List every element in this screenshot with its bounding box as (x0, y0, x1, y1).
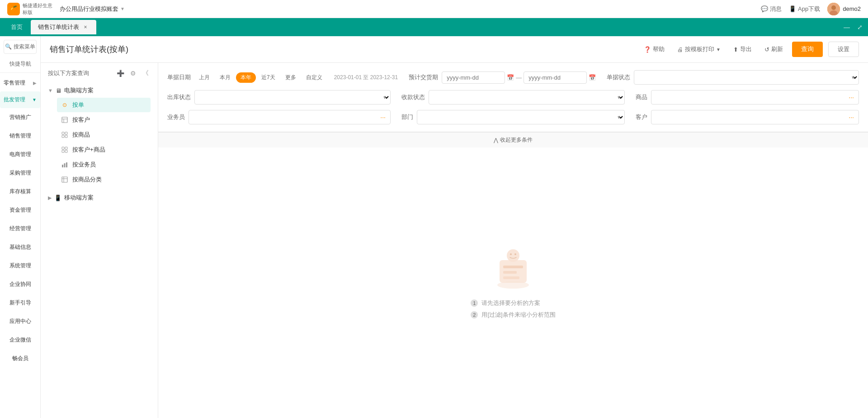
calendar-end-icon[interactable]: 📅 (589, 74, 596, 81)
scheme-group-mobile[interactable]: ▶ 📱 移动端方案 (48, 191, 151, 204)
edit-scheme-btn[interactable]: ⚙ (128, 68, 138, 78)
empty-tip-2: 2 用[过滤]条件来缩小分析范围 (471, 311, 555, 319)
scheme-item-by-goods[interactable]: 按商品 (57, 128, 151, 142)
date-tab-this-year[interactable]: 本年 (236, 72, 256, 83)
tab-close-btn[interactable]: × (82, 24, 89, 31)
collapse-icon: ⋀ (494, 137, 498, 143)
department-select-wrapper: ▼ (417, 110, 625, 124)
goods-dots-icon[interactable]: ··· (849, 94, 854, 101)
sidebar-item-collab[interactable]: 企业协同 (2, 276, 38, 293)
inner-area: 按以下方案查询 ➕ ⚙ 《 ▼ 🖥 电脑端方案 ⊙ (41, 63, 868, 418)
scheme-item-by-salesperson[interactable]: 按业务员 (57, 157, 151, 172)
header-left: 🍊 畅捷通好生意 标版 办公用品行业模拟账套 ▼ (7, 2, 128, 15)
date-tab-more[interactable]: 更多 (281, 72, 301, 83)
svg-rect-6 (62, 132, 64, 134)
customer-dots-icon[interactable]: ··· (849, 114, 854, 121)
sidebar-item-marketing[interactable]: 营销推广 (2, 109, 38, 126)
date-tab-custom[interactable]: 自定义 (302, 72, 327, 83)
chevron-right-icon: ▶ (48, 195, 52, 201)
salesperson-input[interactable]: ··· (189, 110, 391, 124)
sidebar-item-onboarding[interactable]: 新手引导 (2, 294, 38, 311)
settings-button[interactable]: 设置 (828, 42, 859, 57)
scheme-item-by-customer-goods[interactable]: 按客户+商品 (57, 142, 151, 157)
status-select[interactable] (634, 70, 859, 85)
company-selector[interactable]: 办公用品行业模拟账套 ▼ (56, 3, 128, 15)
sidebar-item-inventory[interactable]: 库存核算 (2, 183, 38, 200)
sidebar-item-member[interactable]: 畅会员 (2, 350, 38, 367)
chevron-down-icon: ▼ (32, 97, 37, 102)
shortcut-nav-btn[interactable]: 快捷导航 (0, 57, 40, 71)
date-tab-7days[interactable]: 近7天 (257, 72, 280, 83)
search-menu-btn[interactable]: 🔍 搜索菜单 (0, 36, 40, 57)
goods-input[interactable]: ··· (651, 90, 859, 104)
sidebar-item-operations[interactable]: 经营管理 (2, 220, 38, 237)
svg-point-26 (510, 253, 512, 255)
user-area[interactable]: demo2 (827, 3, 861, 15)
scheme-section-pc: ▼ 🖥 电脑端方案 ⊙ 按单 (41, 82, 158, 189)
department-select[interactable] (417, 110, 625, 124)
outbound-select[interactable] (194, 90, 391, 104)
date-tabs: 上月 本月 本年 近7天 更多 自定义 (194, 72, 327, 83)
salesperson-dots-icon[interactable]: ··· (380, 114, 386, 121)
sidebar-item-wholesale[interactable]: 批发管理 ▼ (0, 91, 40, 108)
svg-point-1 (831, 5, 836, 10)
outbound-select-wrapper: ▼ (194, 90, 391, 104)
date-tab-last-month[interactable]: 上月 (194, 72, 214, 83)
message-btn[interactable]: 💬 消息 (761, 5, 782, 13)
sidebar-item-retail[interactable]: 零售管理 ▶ (0, 75, 40, 91)
date-start-input[interactable] (442, 71, 505, 84)
svg-rect-10 (62, 147, 64, 149)
scheme-item-by-customer[interactable]: 按客户 (57, 113, 151, 127)
sidebar-item-basic-info[interactable]: 基础信息 (2, 239, 38, 256)
collapse-conditions-btn[interactable]: ⋀ 收起更多条件 (158, 132, 868, 147)
scheme-item-by-order[interactable]: ⊙ 按单 (57, 98, 151, 112)
help-btn[interactable]: ❓ 帮助 (640, 43, 668, 55)
sidebar-item-purchase[interactable]: 采购管理 (2, 165, 38, 181)
left-panel-header: 按以下方案查询 ➕ ⚙ 《 (41, 63, 158, 82)
bar-chart-icon (61, 161, 69, 169)
refresh-btn[interactable]: ↺ 刷新 (761, 43, 787, 55)
tab-bar: 首页 销售订单统计表 × — ⤢ (0, 18, 868, 36)
goods-label: 商品 (636, 93, 647, 101)
template-print-btn[interactable]: 🖨 按模板打印 ▼ (674, 43, 724, 55)
scheme-section-mobile: ▶ 📱 移动端方案 (41, 189, 158, 206)
payment-select[interactable] (429, 90, 625, 104)
scheme-group-pc[interactable]: ▼ 🖥 电脑端方案 (48, 84, 151, 97)
sidebar-item-app-center[interactable]: 应用中心 (2, 313, 38, 330)
calendar-start-icon[interactable]: 📅 (507, 74, 514, 81)
page-actions: ❓ 帮助 🖨 按模板打印 ▼ ⬆ 导出 ↺ 刷新 查询 设置 (640, 42, 859, 57)
tab-home[interactable]: 首页 (4, 20, 30, 34)
sidebar-item-sales[interactable]: 销售管理 (2, 128, 38, 144)
svg-rect-3 (62, 117, 67, 123)
collapse-panel-btn[interactable]: 《 (141, 68, 151, 78)
tab-minimize-btn[interactable]: — (842, 22, 852, 33)
date-end-input[interactable] (524, 71, 587, 84)
date-tab-this-month[interactable]: 本月 (215, 72, 235, 83)
sidebar-item-finance[interactable]: 资金管理 (2, 202, 38, 218)
combined-icon (61, 146, 69, 154)
filter-department-group: 部门 ▼ (401, 110, 625, 124)
sidebar-item-wechat[interactable]: 企业微信 (2, 332, 38, 348)
scheme-item-by-category[interactable]: 按商品分类 (57, 172, 151, 187)
svg-rect-24 (503, 276, 519, 279)
salesperson-label: 业务员 (167, 113, 185, 121)
scheme-items-list: ⊙ 按单 按客户 (48, 98, 151, 187)
tip-num-1: 1 (471, 299, 478, 307)
tab-maximize-btn[interactable]: ⤢ (855, 22, 864, 33)
add-scheme-btn[interactable]: ➕ (115, 68, 125, 78)
svg-rect-13 (65, 150, 67, 152)
table-icon (61, 116, 69, 124)
empty-tips: 1 请先选择要分析的方案 2 用[过滤]条件来缩小分析范围 (471, 299, 555, 319)
empty-state: 1 请先选择要分析的方案 2 用[过滤]条件来缩小分析范围 (158, 147, 868, 418)
app-download-btn[interactable]: 📱 App下载 (789, 5, 820, 13)
sidebar-item-ecommerce[interactable]: 电商管理 (2, 146, 38, 163)
query-button[interactable]: 查询 (792, 42, 823, 57)
export-btn[interactable]: ⬆ 导出 (730, 43, 755, 55)
search-menu-input[interactable]: 🔍 搜索菜单 (4, 40, 37, 54)
left-panel-actions: ➕ ⚙ 《 (115, 68, 151, 78)
svg-rect-14 (62, 165, 63, 167)
sidebar-item-system[interactable]: 系统管理 (2, 257, 38, 274)
tab-sales-stats[interactable]: 销售订单统计表 × (31, 20, 96, 34)
customer-input[interactable]: ··· (651, 110, 859, 124)
empty-tip-1: 1 请先选择要分析的方案 (471, 299, 555, 307)
